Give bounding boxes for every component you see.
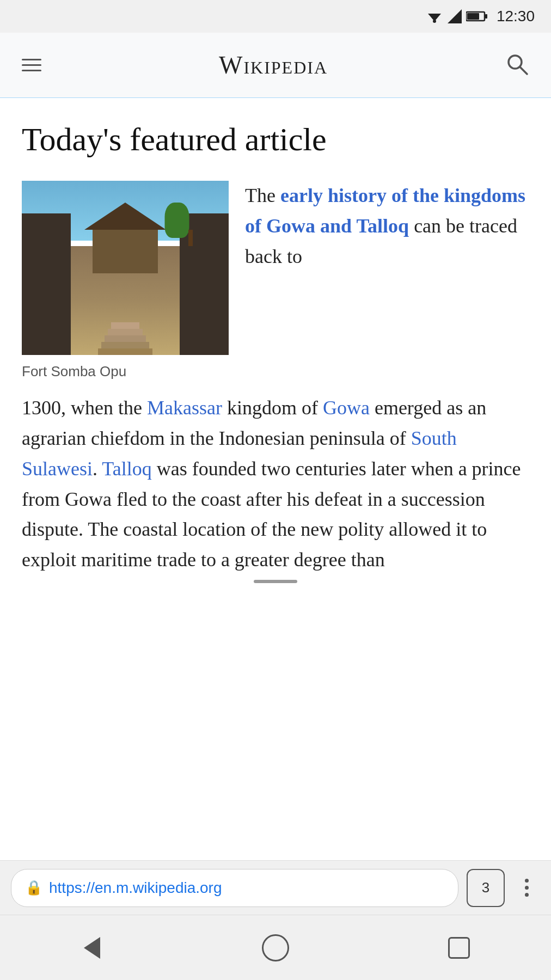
page-title: Today's featured article	[22, 120, 529, 159]
url-bar[interactable]: 🔒 https://en.m.wikipedia.org	[11, 869, 458, 907]
overview-button[interactable]	[437, 926, 481, 970]
signal-icon	[448, 9, 462, 23]
svg-point-2	[433, 20, 436, 23]
home-button[interactable]	[254, 926, 297, 970]
back-button[interactable]	[70, 926, 114, 970]
float-container: Fort Somba Opu The early history of the …	[22, 181, 529, 382]
svg-line-8	[520, 67, 527, 74]
dot2	[525, 886, 529, 890]
tree-decoration	[174, 203, 207, 246]
image-box: Fort Somba Opu	[22, 181, 229, 382]
status-time: 12:30	[497, 8, 535, 25]
intro-before-link: The	[245, 185, 280, 206]
browser-bar: 🔒 https://en.m.wikipedia.org 3	[0, 860, 551, 915]
dot1	[525, 879, 529, 883]
south-sulawesi-link[interactable]: South Sulawesi	[22, 427, 457, 480]
wikipedia-logo: Wikipedia	[219, 51, 328, 79]
lock-icon: 🔒	[25, 879, 42, 896]
image-caption: Fort Somba Opu	[22, 360, 229, 382]
svg-rect-5	[485, 14, 487, 19]
wifi-icon	[426, 9, 443, 23]
tab-count-button[interactable]: 3	[467, 869, 505, 907]
scroll-indicator	[254, 580, 297, 583]
talloq-link[interactable]: Talloq	[102, 458, 151, 480]
makassar-link[interactable]: Makassar	[147, 397, 222, 419]
status-bar: 12:30	[0, 0, 551, 33]
float-text: The early history of the kingdoms of Gow…	[245, 181, 529, 272]
menu-button[interactable]	[22, 59, 41, 71]
article-body: Fort Somba Opu The early history of the …	[22, 181, 529, 583]
home-circle-icon	[262, 934, 289, 961]
fort-image	[22, 181, 229, 355]
dot3	[525, 893, 529, 897]
main-content: Today's featured article	[0, 98, 551, 583]
url-text: https://en.m.wikipedia.org	[49, 879, 222, 897]
bottom-navigation	[0, 915, 551, 980]
search-button[interactable]	[505, 52, 529, 78]
wikipedia-header: Wikipedia	[0, 33, 551, 98]
overview-square-icon	[448, 937, 470, 959]
status-icons: 12:30	[426, 8, 535, 25]
svg-marker-3	[448, 9, 462, 23]
battery-icon	[466, 10, 488, 22]
more-options-button[interactable]	[513, 869, 540, 907]
svg-rect-6	[467, 13, 479, 20]
back-arrow-icon	[84, 937, 100, 959]
article-continuation: 1300, when the Makassar kingdom of Gowa …	[22, 393, 529, 575]
gowa-link[interactable]: Gowa	[323, 397, 370, 419]
